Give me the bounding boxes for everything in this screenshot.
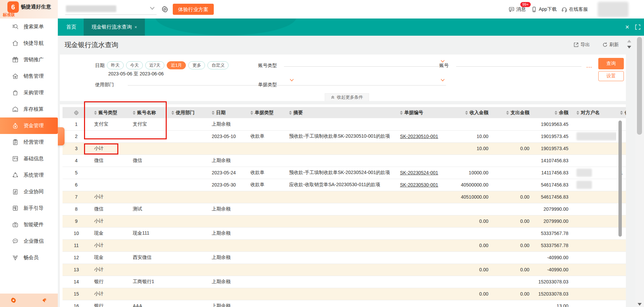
date-pill-0[interactable]: 昨天	[107, 61, 124, 69]
account-label: 账号	[439, 63, 449, 69]
cell-doc_no	[396, 215, 451, 227]
col-header-remark[interactable]: 备注	[616, 107, 626, 118]
collapse-spinner[interactable]	[627, 40, 632, 48]
cell-account_name	[129, 167, 167, 179]
column-settings-gear-icon[interactable]	[74, 110, 79, 115]
close-icon[interactable]: ×	[625, 24, 629, 30]
scrollbar-down-arrow[interactable]	[638, 303, 642, 306]
cell-department	[167, 155, 208, 167]
cell-balance: 19019563.45	[533, 118, 572, 130]
window-scrollbar[interactable]	[635, 36, 644, 307]
arrow-up-icon[interactable]	[627, 40, 631, 42]
fullscreen-icon[interactable]	[635, 24, 641, 30]
cell-account_name	[129, 142, 167, 155]
filter-settings-button[interactable]: 设置	[598, 71, 624, 81]
settings-gear-icon[interactable]	[10, 297, 17, 304]
sidebar-menu: 搜索菜单快捷导航营销推广销售管理采购管理库存核算资金管理经营管理基础信息系统管理…	[0, 19, 58, 266]
company-name-blurred[interactable]	[66, 5, 116, 12]
sort-caret-icon[interactable]	[133, 111, 135, 115]
chevron-down-icon[interactable]	[150, 7, 155, 10]
more-filters-dots[interactable]: ...	[587, 63, 593, 69]
sidebar-item-6[interactable]: 资金管理	[0, 117, 58, 134]
date-pill-5[interactable]: 自定义	[207, 61, 229, 69]
col-header-balance[interactable]: 余额	[533, 107, 572, 118]
date-pill-3[interactable]: 近1月	[167, 61, 186, 69]
messages-button[interactable]: 消息	[509, 6, 526, 12]
col-header-income[interactable]: 收入金额	[451, 107, 492, 118]
column-label: 支出金额	[511, 110, 529, 116]
sidebar-item-1[interactable]: 快捷导航	[0, 35, 58, 52]
sort-caret-icon[interactable]	[212, 111, 214, 115]
col-header-doc_no[interactable]: 单据编号	[396, 107, 451, 118]
online-service-button[interactable]: 在线客服	[561, 6, 588, 12]
sidebar-item-14[interactable]: 畅会员	[0, 249, 58, 266]
col-header-account_type[interactable]: 账号类型	[90, 107, 129, 118]
sort-caret-icon[interactable]	[400, 111, 403, 115]
clipboard-icon	[11, 139, 19, 146]
sidebar-item-8[interactable]: 基础信息	[0, 150, 58, 167]
sidebar-item-10[interactable]: 企业协同	[0, 183, 58, 200]
sort-caret-icon[interactable]	[576, 111, 579, 115]
table-row: 12现金西安微信上期余额-40990.00	[63, 251, 626, 264]
date-pill-row: 昨天今天近7天近1月更多自定义	[107, 61, 229, 69]
export-button[interactable]: 导出	[573, 42, 590, 48]
sidebar-item-2[interactable]: 营销推广	[0, 52, 58, 68]
sidebar-item-label: 企业微信	[24, 238, 44, 244]
col-header-date[interactable]: 日期	[208, 107, 246, 118]
doc-number-link[interactable]: SK-20230510-001	[400, 134, 438, 139]
messages-badge: 99+	[520, 2, 531, 7]
arrow-down-icon[interactable]	[627, 46, 631, 48]
col-header-num	[63, 107, 90, 118]
sort-caret-icon[interactable]	[555, 111, 557, 115]
refresh-button[interactable]: 刷新	[602, 42, 619, 48]
account-type-select[interactable]	[284, 57, 446, 67]
cell-counterpart	[572, 300, 616, 307]
col-header-summary[interactable]: 摘要	[285, 107, 396, 118]
sort-caret-icon[interactable]	[171, 111, 174, 115]
table-header-row: 账号类型账号名称使用部门日期单据类型摘要单据编号收入金额支出金额余额对方户名备注	[63, 107, 626, 118]
date-pill-2[interactable]: 近7天	[145, 61, 164, 69]
col-header-counterpart[interactable]: 对方户名	[572, 107, 616, 118]
date-pill-4[interactable]: 更多	[188, 61, 205, 69]
sidebar-item-4[interactable]: 采购管理	[0, 84, 58, 101]
cell-num: 13	[63, 264, 90, 276]
sidebar-item-3[interactable]: 销售管理	[0, 68, 58, 84]
col-header-account_name[interactable]: 账号名称	[129, 107, 167, 118]
col-header-doc_type[interactable]: 单据类型	[246, 107, 285, 118]
sidebar-item-7[interactable]: 经营管理	[0, 134, 58, 150]
table-scrollbar-thumb[interactable]	[618, 121, 622, 237]
col-header-department[interactable]: 使用部门	[167, 107, 208, 118]
gear-icon[interactable]	[161, 6, 168, 13]
sort-caret-icon[interactable]	[506, 111, 509, 115]
sort-caret-icon[interactable]	[620, 111, 623, 115]
avatar[interactable]	[598, 2, 629, 17]
tab-close-icon[interactable]: ×	[134, 25, 137, 30]
doc-type-select[interactable]	[284, 76, 446, 86]
window-scrollbar-thumb[interactable]	[637, 37, 642, 135]
collapse-more-conditions[interactable]: 收起更多条件	[325, 93, 369, 101]
tab-cash-bank-query[interactable]: 现金银行流水查询 ×	[84, 19, 145, 36]
col-header-expense[interactable]: 支出金额	[492, 107, 533, 118]
sidebar-item-9[interactable]: 系统管理	[0, 167, 58, 183]
sidebar-item-12[interactable]: 智能硬件	[0, 216, 58, 233]
cell-expense: 0.00	[492, 142, 533, 155]
sort-caret-icon[interactable]	[250, 111, 253, 115]
sidebar-item-5[interactable]: 库存核算	[0, 101, 58, 117]
doc-number-link[interactable]: SK-20230524-001	[400, 170, 438, 175]
sort-caret-icon[interactable]	[465, 111, 468, 115]
sidebar-item-11[interactable]: 新手引导	[0, 200, 58, 216]
sidebar-item-13[interactable]: 企业微信	[0, 233, 58, 249]
search-button[interactable]: 查询	[598, 58, 624, 69]
sort-caret-icon[interactable]	[289, 111, 292, 115]
doc-number-link[interactable]: SK-20230530-001	[400, 182, 438, 187]
sort-caret-icon[interactable]	[94, 111, 97, 115]
cell-income	[451, 227, 492, 239]
experience-plan-button[interactable]: 体验行业方案	[173, 4, 214, 15]
account-input[interactable]	[456, 57, 581, 67]
tab-home[interactable]: 首页	[59, 19, 83, 36]
sidebar-item-0[interactable]: 搜索菜单	[0, 19, 58, 35]
collapse-sidebar-icon[interactable]	[40, 297, 46, 303]
app-download-button[interactable]: App下载	[531, 6, 557, 12]
cell-doc_no	[396, 251, 451, 264]
date-pill-1[interactable]: 今天	[126, 61, 143, 69]
